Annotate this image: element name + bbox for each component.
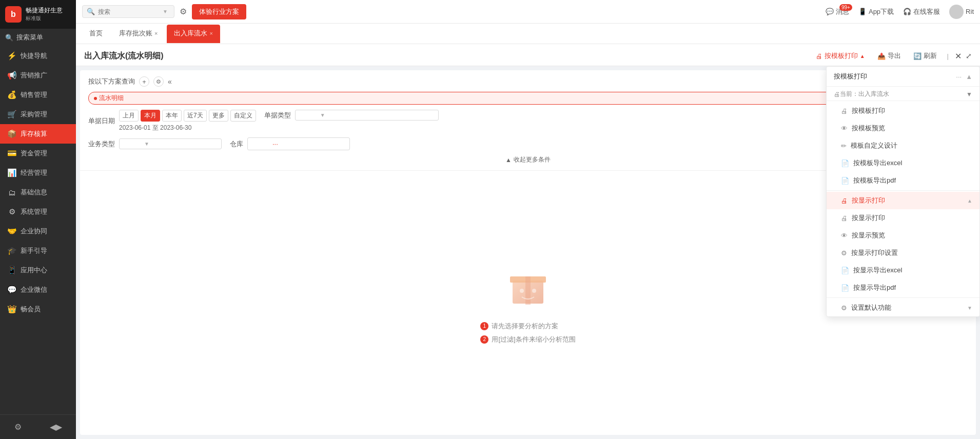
tab-home[interactable]: 首页 — [82, 25, 110, 43]
date-range-text: 2023-06-01 至 2023-06-30 — [119, 124, 256, 132]
tip2-num: 2 — [480, 335, 488, 344]
sidebar-item-label: 企业协同 — [21, 227, 47, 236]
date-btn-this-month[interactable]: 本月 — [141, 110, 160, 122]
biz-type-label: 业务类型 — [88, 139, 115, 149]
page-header: 出入库流水(流水明细) 🖨 按模板打印 ▲ 📤 导出 🔄 刷新 | ✕ ⤢ — [76, 44, 980, 66]
dropdown-item-export-pdf-display[interactable]: 📄 按显示导出pdf — [827, 279, 979, 296]
topbar-gear-icon[interactable]: ⚙ — [180, 7, 187, 16]
industry-btn[interactable]: 体验行业方案 — [192, 4, 246, 19]
user-avatar-btn[interactable]: Rit — [949, 5, 974, 19]
sidebar-nav: ⚡ 快捷导航 📢 营销推广 💰 销售管理 🛒 采购管理 📦 库存核算 💳 资金管… — [0, 46, 76, 414]
dropdown-item-print-settings-display[interactable]: ⚙ 按显示打印设置 — [827, 244, 979, 262]
sidebar-collapse-btn[interactable]: ◀▶ — [47, 419, 65, 435]
sidebar-item-purchase[interactable]: 🛒 采购管理 — [0, 105, 76, 124]
sidebar-item-inventory[interactable]: 📦 库存核算 — [0, 124, 76, 144]
print-template-btn[interactable]: 🖨 按模板打印 ▲ — [812, 49, 869, 63]
inventory-icon: 📦 — [7, 129, 16, 138]
date-btn-last-7[interactable]: 近7天 — [184, 110, 207, 122]
close-page-btn[interactable]: ✕ — [955, 51, 962, 61]
svg-point-4 — [532, 289, 536, 293]
tab-flow-close[interactable]: × — [209, 30, 212, 36]
divider1: | — [947, 52, 949, 60]
tab-batch-account-close[interactable]: × — [154, 30, 158, 36]
sidebar-item-label: 新手引导 — [21, 246, 47, 255]
current-template-arrow[interactable]: ▼ — [966, 91, 972, 98]
print-display-label: 按显示打印 — [852, 213, 885, 223]
tab-batch-account[interactable]: 库存批次账 × — [112, 25, 165, 43]
date-btn-custom[interactable]: 自定义 — [230, 110, 256, 122]
refresh-btn[interactable]: 🔄 刷新 — [909, 49, 941, 63]
doc-type-filter: 单据类型 ▼ — [264, 110, 439, 121]
sidebar-item-sales[interactable]: 💰 销售管理 — [0, 85, 76, 105]
tab-home-label: 首页 — [89, 29, 103, 38]
warehouse-more-icon[interactable]: ··· — [272, 140, 278, 148]
online-service-btn[interactable]: 🎧 在线客服 — [903, 7, 940, 16]
refresh-label: 刷新 — [924, 51, 937, 61]
sidebar-item-marketing[interactable]: 📢 营销推广 — [0, 66, 76, 85]
messages-badge: 99+ — [839, 4, 852, 11]
print-dropdown-panel: 按模板打印 ··· ▲ 🖨 当前：出入库流水 ▼ 🖨 按模板打印 👁 按模板预览 — [826, 66, 980, 317]
export-btn[interactable]: 📤 导出 — [873, 49, 905, 63]
app-download-btn[interactable]: 📱 App下载 — [858, 7, 894, 16]
sidebar-search-label: 搜索菜单 — [16, 33, 43, 42]
sidebar-item-guide[interactable]: 🎓 新手引导 — [0, 241, 76, 261]
sidebar-search[interactable]: 🔍 搜索菜单 — [0, 29, 76, 46]
dropdown-item-export-excel-display[interactable]: 📄 按显示导出excel — [827, 262, 979, 279]
filter-gear-btn[interactable]: ⚙ — [153, 76, 164, 87]
maximize-btn[interactable]: ⤢ — [966, 52, 972, 60]
dropdown-item-export-excel-template[interactable]: 📄 按模板导出excel — [827, 154, 979, 172]
filter-collapse-btn[interactable]: « — [168, 77, 172, 86]
dropdown-more-icon[interactable]: ··· — [956, 73, 962, 81]
filter-add-btn[interactable]: + — [139, 76, 149, 87]
sidebar-item-quick-nav[interactable]: ⚡ 快捷导航 — [0, 46, 76, 66]
filter-tag-dot — [94, 97, 97, 100]
sidebar-settings-btn[interactable]: ⚙ — [11, 419, 25, 435]
biz-type-chevron: ▼ — [144, 141, 149, 147]
sidebar-item-label: 资金管理 — [21, 149, 47, 158]
dropdown-item-print-display[interactable]: 🖨 按显示打印 — [827, 209, 979, 227]
sidebar-item-collab[interactable]: 🤝 企业协同 — [0, 222, 76, 241]
purchase-icon: 🛒 — [7, 110, 16, 119]
dropdown-item-print-template[interactable]: 🖨 按模板打印 — [827, 102, 979, 119]
export-excel-disp-icon: 📄 — [841, 267, 849, 274]
dropdown-section-display[interactable]: 🖨 按显示打印 ▲ — [827, 192, 979, 209]
messages-icon: 💬 — [826, 8, 834, 15]
dropdown-item-export-pdf-template[interactable]: 📄 按模板导出pdf — [827, 172, 979, 189]
dropdown-item-preview-display[interactable]: 👁 按显示预览 — [827, 227, 979, 244]
online-service-label: 在线客服 — [913, 7, 940, 16]
sidebar-item-label: 企业微信 — [21, 285, 47, 294]
export-excel-tpl-label: 按模板导出excel — [853, 158, 902, 168]
sidebar-item-finance[interactable]: 💳 资金管理 — [0, 144, 76, 163]
topbar-search-input[interactable] — [98, 8, 160, 15]
sidebar-item-basics[interactable]: 🗂 基础信息 — [0, 183, 76, 202]
date-btn-this-year[interactable]: 本年 — [162, 110, 182, 122]
collab-icon: 🤝 — [7, 227, 16, 236]
dropdown-item-set-default[interactable]: ⚙ 设置默认功能 ▼ — [827, 299, 979, 316]
sidebar-item-operations[interactable]: 📊 经营管理 — [0, 163, 76, 183]
topbar-search-box[interactable]: 🔍 ▼ — [82, 5, 174, 18]
date-btn-last-month[interactable]: 上月 — [119, 110, 139, 122]
messages-btn[interactable]: 💬 消息 99+ — [826, 7, 849, 16]
dropdown-item-preview-template[interactable]: 👁 按模板预览 — [827, 119, 979, 137]
divider-bottom — [827, 297, 979, 298]
empty-tips: 1 请先选择要分析的方案 2 用[过滤]条件来缩小分析范围 — [480, 320, 575, 346]
dropdown-item-custom-design[interactable]: ✏ 模板自定义设计 — [827, 137, 979, 154]
app-download-label: App下载 — [869, 7, 894, 16]
date-btn-more[interactable]: 更多 — [209, 110, 228, 122]
logo-icon: b — [5, 6, 22, 23]
sidebar-item-label: 应用中心 — [21, 266, 47, 275]
tab-flow[interactable]: 出入库流水 × — [167, 25, 220, 43]
dropdown-collapse-icon[interactable]: ▲ — [966, 73, 972, 81]
biz-type-select[interactable]: ▼ — [119, 138, 222, 149]
print-template-label: 按模板打印 — [825, 51, 858, 61]
sidebar-item-system[interactable]: ⚙ 系统管理 — [0, 202, 76, 222]
print-template-item-label: 按模板打印 — [852, 106, 885, 115]
doc-type-select[interactable]: ▼ — [295, 110, 439, 121]
warehouse-select[interactable]: ··· — [247, 137, 350, 150]
basics-icon: 🗂 — [7, 188, 16, 197]
date-filter: 单据日期 上月 本月 本年 近7天 更多 自定义 2023-06-01 至 20… — [88, 110, 256, 132]
headset-icon: 🎧 — [903, 8, 911, 15]
sidebar-item-apps[interactable]: 📱 应用中心 — [0, 261, 76, 280]
sidebar-item-member[interactable]: 👑 畅会员 — [0, 300, 76, 319]
sidebar-item-wechat[interactable]: 💬 企业微信 — [0, 280, 76, 300]
